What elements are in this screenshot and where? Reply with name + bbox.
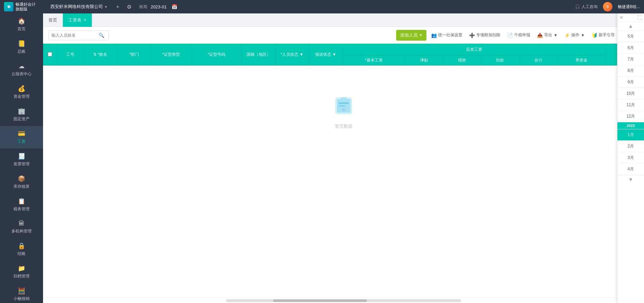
svg-marker-6 [340,97,347,99]
multi-icon: 🏛 [18,220,25,227]
month-item-5[interactable]: 5月 [617,31,644,42]
month-item-8[interactable]: 8月 [617,65,644,77]
sidebar-item-label: 发票管理 [13,161,30,167]
add-chevron-icon: ▼ [419,33,422,37]
empty-icon: ? [330,92,357,119]
export-label: 导出 [544,32,552,38]
special-deduct-button[interactable]: ➕ 专项附加扣除 [467,32,502,38]
tax-report-label: 个税申报 [514,32,530,38]
month-item-6[interactable]: 6月 [617,42,644,54]
date-nav-up[interactable]: ▲ [617,22,644,31]
social-insurance-button[interactable]: 👥 统一社保设置 [429,32,464,38]
add-person-button[interactable]: 添加人员 ▼ [396,30,426,41]
sidebar-item-label: 工资 [17,139,26,144]
tax-icon: 📋 [18,198,25,205]
month-item-12[interactable]: 12月 [617,111,644,122]
col-cert-type: *证型类型 [151,44,191,66]
tax-report-button[interactable]: 📄 个税申报 [505,32,532,38]
sidebar-item-label: 归档管理 [13,273,30,279]
headset-icon: 🎧 [575,4,580,9]
month-item-4[interactable]: 4月 [617,164,644,175]
col-total: 合计 [519,55,557,66]
tab-salary[interactable]: 工资表 ✕ [63,13,92,27]
col-pension: 养老金 [558,55,606,66]
horizontal-scrollbar[interactable] [226,299,461,302]
asset-icon: 🏢 [18,107,25,115]
sidebar-item-ledger[interactable]: 📒 总账 [0,36,43,58]
sidebar-item-tax[interactable]: 📋 税务管理 [0,193,43,216]
search-wrapper: 🔍 [48,30,109,40]
close-period-icon: 🔒 [18,242,25,250]
month-item-7[interactable]: 7月 [617,54,644,65]
avatar: B [603,2,612,11]
close-date-panel-icon[interactable]: ✕ [619,15,623,20]
chevron-up-icon: ▲ [628,23,634,29]
sidebar-item-report[interactable]: ☁ 云报表中心 [0,58,43,81]
tab-home-label: 首页 [48,17,57,23]
invoice-icon: 🧾 [18,153,25,160]
export-chevron-icon: ▼ [554,33,558,38]
settings-icon[interactable]: ⚙ [125,3,133,11]
col-name: ⇅ *姓名 [84,44,117,66]
guide-button[interactable]: 🔰 新手引导 [590,32,617,38]
col-number: 工号 [57,44,84,66]
tax-report-icon: 📄 [507,33,513,38]
sidebar-item-invoice[interactable]: 🧾 发票管理 [0,148,43,171]
expand-date-panel-icon[interactable]: ⛶ [637,15,642,20]
sidebar-item-inventory[interactable]: 📦 库存核算 [0,171,43,193]
logo-text: 畅通好会计 旗舰版 [15,2,36,12]
month-item-1-active[interactable]: 1月 [617,129,644,141]
calendar-icon[interactable]: 📅 [172,4,177,9]
month-item-9[interactable]: 9月 [617,77,644,88]
tab-salary-label: 工资表 [68,17,81,23]
sidebar-item-salary[interactable]: 💳 工资 [0,126,43,148]
sidebar-item-expense[interactable]: 🧮 小畅报销 [0,283,43,303]
select-all-checkbox[interactable] [48,52,52,56]
top-header: 畅 畅通好会计 旗舰版 西安虾米网络科技有限公司 ▼ ＋ ⚙ 账期 2023-0… [0,0,644,13]
sidebar-item-label: 固定资产 [13,116,30,122]
col-person-status[interactable]: *人员状态 ▼ [275,44,309,66]
service-button[interactable]: 🎧 人工咨询 [575,4,598,10]
tab-home[interactable]: 首页 [43,13,63,27]
guide-label: 新手引导 [599,32,615,38]
year-2023-label: 2023 [617,122,644,129]
date-nav-down[interactable]: ▼ [617,175,644,184]
col-deduct: 扣款 [481,55,519,66]
ledger-icon: 📒 [18,40,25,47]
date-panel-controls: ✕ ⛶ [617,13,644,22]
col-checkbox[interactable] [43,44,57,66]
sidebar-item-multi[interactable]: 🏛 多机构管理 [0,216,43,238]
col-report-status[interactable]: 报送状态 ▼ [309,44,343,66]
chevron-down-nav-icon: ▼ [628,177,634,183]
table-container: 工号 ⇅ *姓名 *部门 *证型类型 *证型号码 [43,44,644,298]
export-button[interactable]: 📤 导出 ▼ [535,32,560,38]
tab-bar: 首页 工资表 ✕ [43,13,644,27]
sidebar-item-label: 多机构管理 [11,228,32,234]
scrollbar-thumb[interactable] [273,299,367,302]
company-selector[interactable]: 西安虾米网络科技有限公司 ▼ [48,2,110,11]
month-item-3[interactable]: 3月 [617,152,644,164]
add-company-button[interactable]: ＋ [114,3,122,11]
sidebar-item-label: 云报表中心 [11,71,32,77]
sidebar-item-archive[interactable]: 📁 归档管理 [0,261,43,283]
month-item-10[interactable]: 10月 [617,88,644,99]
svg-rect-3 [339,105,345,106]
col-country: 国籍（地区） [242,44,275,66]
col-allowance: 津贴 [405,55,443,66]
toolbar: 🔍 添加人员 ▼ 👥 统一社保设置 ➕ 专项附加扣除 📄 个税申报 📤 [43,27,644,44]
salary-icon: 💳 [18,130,25,137]
sidebar-item-close[interactable]: 🔒 结账 [0,238,43,261]
month-item-2[interactable]: 2月 [617,141,644,152]
expense-icon: 🧮 [18,287,25,295]
sidebar-item-home[interactable]: 🏠 首页 [0,13,43,36]
sidebar-item-asset[interactable]: 🏢 固定资产 [0,103,43,126]
tab-close-icon[interactable]: ✕ [83,18,86,22]
month-item-11[interactable]: 11月 [617,99,644,111]
operate-button[interactable]: ⚡ 操作 ▼ [562,32,587,38]
sidebar-item-fund[interactable]: 💰 资金管理 [0,81,43,103]
sidebar-item-label: 资金管理 [13,94,30,99]
search-input[interactable] [51,33,99,38]
guide-toolbar-icon: 🔰 [592,33,597,38]
col-cert-num: *证型号码 [191,44,242,66]
add-person-label: 添加人员 [400,32,418,38]
